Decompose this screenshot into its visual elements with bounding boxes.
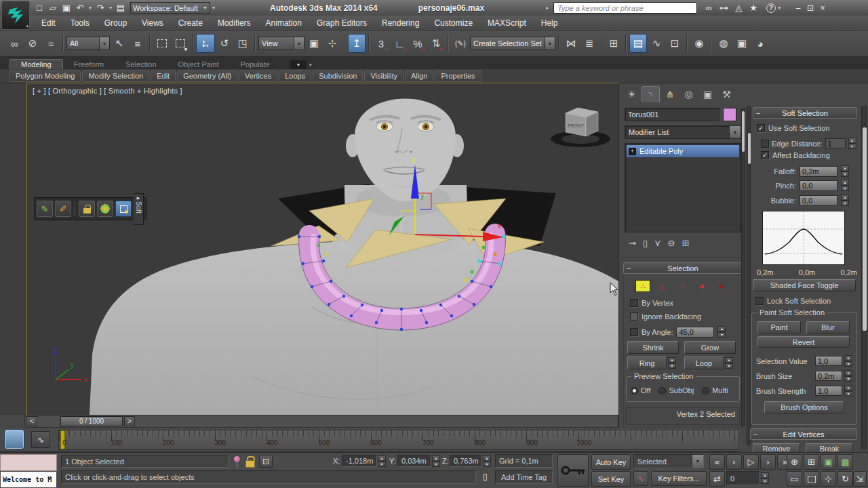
column-scrollbar-right-track[interactable] (861, 106, 867, 449)
loop-spinner[interactable]: ▴▾ (725, 357, 733, 369)
menu-rendering[interactable]: Rendering (374, 16, 427, 30)
pin-stack-icon[interactable]: ⊸ (629, 238, 636, 248)
selection-value-spinner[interactable]: ▴▾ (844, 355, 852, 367)
new-file-icon[interactable]: □ (33, 2, 46, 14)
shrink-button[interactable]: Shrink (627, 341, 679, 354)
selection-value-field[interactable]: 1,0 (815, 356, 842, 366)
undo-flyout-icon[interactable]: ▾ (87, 2, 94, 14)
bind-to-space-warp-icon[interactable]: ≈ (42, 34, 60, 53)
rendered-frame-window-icon[interactable]: ▣ (733, 34, 751, 53)
close-button[interactable]: × (816, 3, 829, 14)
frame-spinner[interactable]: ▴▾ (761, 472, 769, 484)
use-pivot-center-icon[interactable]: ▣ (305, 34, 323, 53)
subobject-element-icon[interactable]: ■ (714, 280, 729, 292)
zoom-all-icon[interactable]: ⊞ (804, 454, 819, 470)
menu-help[interactable]: Help (534, 16, 566, 30)
workspace-flyout-icon[interactable]: ▾ (210, 2, 217, 14)
time-next-button[interactable]: > (124, 416, 135, 426)
select-by-name-icon[interactable]: ≡ (129, 34, 146, 53)
current-frame-field[interactable]: 0 (726, 471, 760, 485)
curve-editor-icon[interactable]: ∿ (648, 34, 665, 53)
time-slider[interactable]: < 0 / 1000 > (24, 415, 618, 428)
time-prev-button[interactable]: < (26, 416, 37, 426)
material-editor-icon[interactable]: ◉ (690, 34, 708, 53)
menu-graph-editors[interactable]: Graph Editors (309, 16, 374, 30)
viewport-label[interactable]: [ + ] [ Orthographic ] [ Smooth + Highli… (33, 87, 182, 95)
selection-rollout-header[interactable]: − Selection (623, 262, 743, 274)
spin-up-icon[interactable]: ▴ (761, 472, 769, 479)
column-scrollbar-left-thumb[interactable] (748, 133, 751, 164)
tab-display-icon[interactable]: ▣ (698, 86, 717, 102)
ribbon-panel-properties[interactable]: Properties (435, 70, 481, 82)
previous-frame-button[interactable]: ‹ (726, 454, 742, 470)
menu-animation[interactable]: Animation (258, 16, 309, 30)
ribbon-panel-polygon-modeling[interactable]: Polygon Modeling (9, 70, 81, 82)
select-object-icon[interactable]: ↖ (111, 34, 128, 53)
bubble-field[interactable]: 0,0 (800, 195, 837, 206)
selection-lock-icon[interactable] (245, 455, 255, 468)
zoom-region-icon[interactable] (804, 471, 819, 487)
object-name-field[interactable]: Torus001 (625, 108, 719, 121)
modifier-stack[interactable]: + Editable Poly (625, 143, 741, 232)
modifier-list-dropdown[interactable]: Modifier List ▼ (625, 125, 741, 139)
restore-button[interactable]: ⊡ (804, 3, 816, 14)
blur-brush-icon[interactable]: ✐ (55, 201, 71, 217)
manage-layers-icon[interactable]: ⊞ (605, 34, 623, 53)
communication-center-icon[interactable]: ◬ (731, 2, 746, 14)
snap-toggle-3d-icon[interactable]: 3∩ (372, 34, 390, 53)
unlink-selection-icon[interactable]: ⊘ (24, 34, 41, 53)
spinner-snap-icon[interactable]: ⇅∩ (427, 34, 445, 53)
license-key-icon[interactable]: ⊶ (716, 2, 731, 14)
add-time-tag-field[interactable]: Add Time Tag (495, 470, 553, 484)
falloff-field[interactable]: 0,2m (800, 166, 837, 177)
help-flyout-icon[interactable]: ▾ (776, 2, 783, 14)
spin-up-icon[interactable]: ▴ (717, 326, 726, 332)
use-soft-selection-checkbox[interactable]: ✓ (757, 124, 765, 132)
edge-distance-checkbox[interactable] (761, 140, 769, 148)
keyboard-shortcut-override-icon[interactable]: ↥ (348, 34, 366, 53)
y-field[interactable]: 0,034m (397, 455, 431, 467)
lock-soft-selection-checkbox[interactable] (755, 297, 764, 305)
brush-strength-field[interactable]: 1,0 (815, 386, 842, 396)
edge-distance-field[interactable]: 1 (825, 138, 846, 148)
maxscript-listener-white-pane[interactable]: Welcome to M (0, 471, 57, 488)
paint-soft-selection-icon[interactable]: ✎ (37, 201, 53, 217)
project-toolbar-icon[interactable]: ▤ (114, 2, 127, 14)
save-file-icon[interactable]: ▣ (60, 2, 73, 14)
panel-scrollbar-thumb[interactable] (742, 111, 745, 152)
orbit-icon[interactable]: ↻ (837, 471, 853, 487)
redo-icon[interactable]: ↷ (94, 2, 107, 14)
absolute-offset-mode-icon[interactable]: ⊡ (259, 455, 273, 468)
key-mode-toggle-button[interactable]: ⇄ (709, 471, 725, 487)
spin-up-icon[interactable]: ▴ (725, 357, 733, 363)
paint-button[interactable]: Paint (757, 321, 801, 333)
spin-down-icon[interactable]: ▾ (483, 462, 491, 468)
tab-motion-icon[interactable]: ◎ (679, 86, 698, 102)
x-field[interactable]: -1,018m (342, 455, 377, 467)
window-crossing-toggle-icon[interactable]: ■ (172, 34, 189, 53)
toggle-scene-explorer-icon[interactable]: ▤ (629, 34, 647, 53)
brush-options-button[interactable]: Brush Options (764, 401, 844, 413)
ribbon-tab-freeform[interactable]: Freeform (63, 60, 115, 69)
search-input[interactable] (553, 2, 697, 14)
revert-button[interactable]: Revert (757, 336, 850, 348)
go-to-start-button[interactable]: « (709, 454, 725, 470)
menu-tools[interactable]: Tools (63, 16, 97, 30)
ribbon-tab-populate[interactable]: Populate (229, 60, 280, 69)
pinch-spinner[interactable]: ▴▾ (841, 180, 849, 191)
make-unique-icon[interactable]: ⋎ (654, 238, 661, 248)
ribbon-tab-modeling[interactable]: Modeling (9, 59, 63, 69)
pinch-field[interactable]: 0,0 (800, 180, 837, 191)
by-angle-checkbox[interactable] (630, 328, 638, 336)
x-spinner[interactable]: ▴▾ (378, 455, 386, 467)
spin-down-icon[interactable]: ▾ (844, 376, 852, 382)
tab-hierarchy-icon[interactable]: ⋔ (660, 86, 679, 102)
ribbon-panel-edit[interactable]: Edit (151, 70, 176, 82)
maximize-viewport-toggle-icon[interactable]: ⇲ (853, 471, 867, 487)
redo-flyout-icon[interactable]: ▾ (107, 2, 114, 14)
reference-coordinate-dropdown[interactable]: View ▼ (258, 37, 304, 50)
falloff-icon[interactable] (97, 201, 113, 217)
select-and-link-icon[interactable]: ∞ (5, 34, 23, 53)
grow-button[interactable]: Grow (684, 341, 736, 354)
mirror-icon[interactable]: ⋈ (562, 34, 580, 53)
